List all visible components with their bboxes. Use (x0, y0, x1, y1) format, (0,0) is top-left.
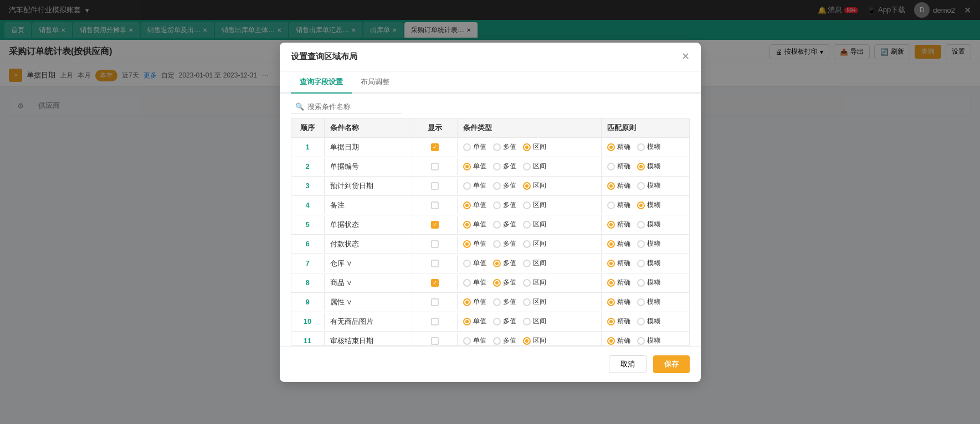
tab-layout-adjust[interactable]: 布局调整 (352, 71, 398, 94)
search-input[interactable] (307, 102, 391, 111)
tab-layout-adjust-label: 布局调整 (361, 77, 389, 86)
modal-tabs: 查询字段设置 布局调整 (280, 71, 701, 94)
modal-table: 顺序 条件名称 显示 条件类型 匹配原则 1单据日期✓单值多值区间精确模糊2单据… (280, 118, 701, 125)
col-match: 匹配原则 (602, 118, 701, 125)
search-icon: 🔍 (295, 102, 304, 111)
tab-query-fields[interactable]: 查询字段设置 (291, 71, 352, 94)
col-show: 显示 (413, 118, 458, 125)
tab-query-fields-label: 查询字段设置 (300, 77, 343, 86)
col-seq: 顺序 (291, 118, 325, 125)
col-type: 条件类型 (458, 118, 602, 125)
col-name: 条件名称 (325, 118, 413, 125)
modal-header: 设置查询区域布局 ✕ (280, 43, 701, 71)
search-box: 🔍 (291, 100, 402, 113)
modal-title: 设置查询区域布局 (291, 51, 357, 62)
modal-close-button[interactable]: ✕ (681, 51, 690, 61)
modal-backdrop: 设置查询区域布局 ✕ 查询字段设置 布局调整 🔍 顺序 (0, 0, 980, 125)
modal-search-area: 🔍 (280, 94, 701, 118)
table-header: 顺序 条件名称 显示 条件类型 匹配原则 (291, 118, 690, 125)
settings-modal: 设置查询区域布局 ✕ 查询字段设置 布局调整 🔍 顺序 (280, 43, 701, 125)
